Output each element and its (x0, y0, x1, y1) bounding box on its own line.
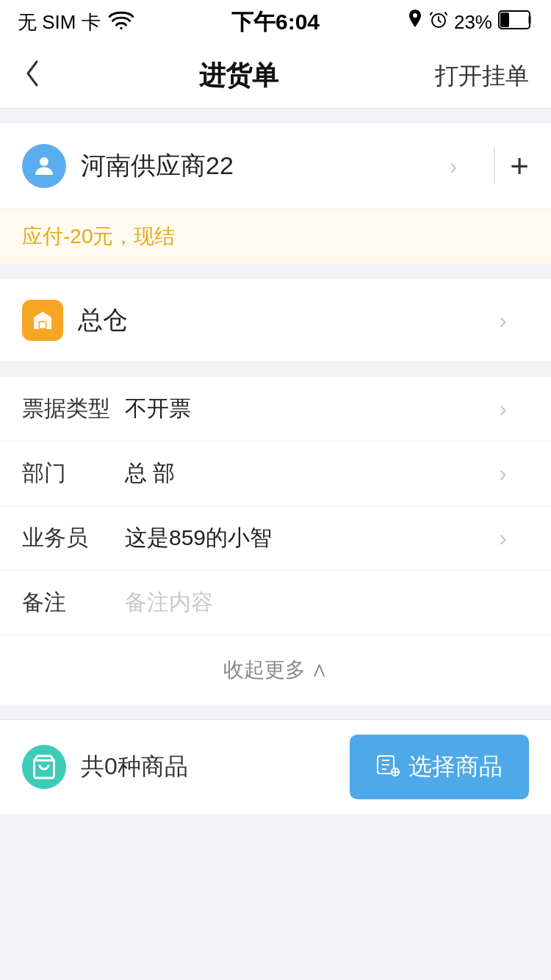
product-count: 共0种商品 (81, 751, 335, 783)
remark-input[interactable]: 备注内容 (125, 588, 529, 618)
invoice-chevron-icon: › (499, 395, 507, 422)
open-pending-button[interactable]: 打开挂单 (435, 60, 529, 93)
remark-label: 备注 (22, 588, 125, 618)
supplier-divider (494, 148, 495, 184)
warehouse-row[interactable]: 总仓 › (0, 279, 551, 362)
select-icon (376, 753, 400, 782)
alarm-icon (429, 10, 448, 35)
invoice-label: 票据类型 (22, 394, 125, 424)
status-time: 下午6:04 (231, 7, 320, 37)
supplier-row[interactable]: 河南供应商22 › + (0, 123, 551, 209)
section-gap-4 (0, 705, 551, 719)
main-background (0, 814, 551, 980)
supplier-section: 河南供应商22 › + 应付-20元，现结 (0, 123, 551, 264)
svg-rect-3 (500, 12, 509, 27)
sales-value: 这是859的小智 (125, 523, 499, 553)
select-product-label: 选择商品 (408, 751, 503, 783)
remark-row[interactable]: 备注 备注内容 (0, 571, 551, 635)
sales-chevron-icon: › (499, 525, 507, 552)
select-product-button[interactable]: 选择商品 (350, 735, 529, 799)
carrier-label: 无 SIM 卡 (18, 10, 101, 35)
supplier-chevron-icon: › (450, 153, 458, 180)
section-gap-2 (0, 264, 551, 279)
department-chevron-icon: › (499, 460, 507, 487)
back-button[interactable] (22, 57, 43, 95)
department-value: 总 部 (125, 458, 499, 489)
add-supplier-button[interactable]: + (510, 148, 529, 184)
svg-point-0 (120, 26, 122, 29)
section-gap-1 (0, 109, 551, 123)
status-right: 23% (407, 10, 533, 35)
page-title: 进货单 (199, 58, 278, 94)
department-row[interactable]: 部门 总 部 › (0, 442, 551, 506)
sales-label: 业务员 (22, 523, 125, 553)
svg-point-4 (40, 157, 48, 166)
warehouse-chevron-icon: › (499, 307, 507, 334)
warehouse-icon (22, 300, 63, 341)
form-section: 票据类型 不开票 › 部门 总 部 › 业务员 这是859的小智 › 备注 备注… (0, 377, 551, 705)
warehouse-name: 总仓 (78, 303, 499, 337)
battery-icon (498, 10, 533, 35)
bottom-bar: 共0种商品 选择商品 (0, 719, 551, 814)
invoice-value: 不开票 (125, 394, 499, 424)
status-left: 无 SIM 卡 (18, 10, 134, 35)
svg-rect-6 (40, 323, 46, 328)
wifi-icon (108, 10, 134, 35)
nav-bar: 进货单 打开挂单 (0, 44, 551, 109)
battery-label: 23% (454, 11, 492, 34)
collapse-row[interactable]: 收起更多 ∧ (0, 635, 551, 705)
sales-row[interactable]: 业务员 这是859的小智 › (0, 506, 551, 571)
section-gap-3 (0, 362, 551, 377)
product-icon (22, 745, 66, 789)
supplier-avatar (22, 144, 66, 188)
status-bar: 无 SIM 卡 下午6:04 23% (0, 0, 551, 44)
supplier-name: 河南供应商22 (81, 149, 450, 183)
invoice-row[interactable]: 票据类型 不开票 › (0, 377, 551, 442)
collapse-label: 收起更多 ∧ (223, 656, 328, 684)
supplier-notice: 应付-20元，现结 (0, 209, 551, 264)
department-label: 部门 (22, 458, 125, 489)
location-icon (407, 10, 423, 35)
